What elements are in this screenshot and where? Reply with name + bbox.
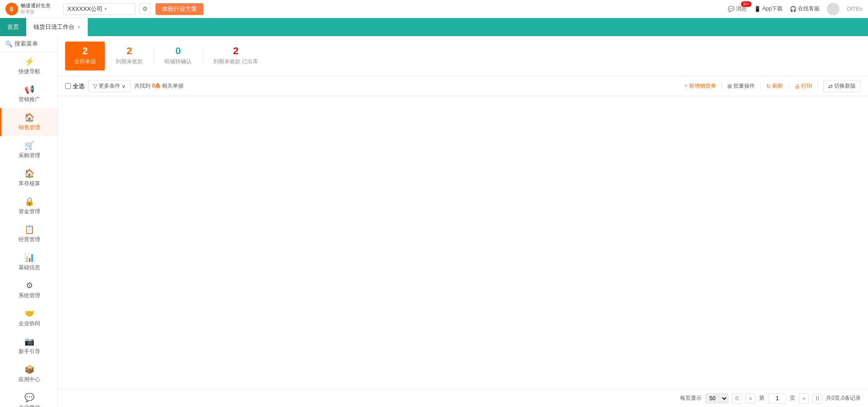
select-all-checkbox[interactable]: 全选 — [65, 82, 85, 90]
batch-icon: ⊞ — [727, 83, 732, 89]
tab-home[interactable]: 首页 — [0, 18, 26, 36]
sidebar-item-system[interactable]: ⚙ 系统管理 — [0, 276, 57, 304]
logo-title: 畅捷通好生意 — [21, 3, 51, 9]
wechat-icon: 💬 — [24, 393, 34, 402]
sidebar-item-operations[interactable]: 📋 经营管理 — [0, 220, 57, 248]
sidebar-item-basic-info[interactable]: 📊 基础信息 — [0, 248, 57, 276]
search-menu-label: 搜索菜单 — [14, 40, 38, 48]
message-button[interactable]: 💬 消息 99+ — [728, 5, 747, 13]
app-center-icon: 📦 — [24, 365, 34, 374]
daily-work-tab-label: 钱货日清工作台 — [33, 23, 75, 31]
minimize-icon[interactable]: — — [848, 200, 854, 207]
purchase-icon: 🛒 — [24, 140, 34, 150]
message-badge: 99+ — [741, 1, 751, 7]
app-center-label: 应用中心 — [19, 376, 40, 384]
per-page-select[interactable]: 20 50 100 200 — [705, 393, 728, 403]
stat-overdue-out-label: 到期未收款 已出库 — [213, 58, 258, 65]
refresh-label: 刷新 — [772, 82, 783, 90]
batch-operation-button[interactable]: ⊞ 批量操作 — [727, 82, 755, 90]
filter-button[interactable]: ▽ 更多条件 ∨ — [88, 80, 131, 92]
avatar[interactable] — [827, 3, 840, 15]
next-page-button[interactable]: > — [799, 393, 809, 403]
table-area — [58, 96, 868, 389]
page-label2: 页 — [790, 394, 795, 402]
tab-daily-work[interactable]: 钱货日清工作台 × — [26, 18, 88, 36]
sidebar-search[interactable]: 🔍 搜索菜单 — [0, 36, 57, 52]
finance-icon: 🔒 — [24, 196, 34, 206]
stat-pending-number: 0 — [165, 45, 192, 57]
wechat-label: 企业微信 — [19, 404, 40, 407]
add-label: + 新增销货单 — [684, 82, 716, 90]
found-prefix: 共找到 — [134, 83, 151, 89]
found-text: 共找到 0条 相关单据 — [134, 82, 184, 90]
found-suffix: 相关单据 — [162, 83, 184, 89]
home-tab-label: 首页 — [7, 23, 19, 31]
trial-button[interactable]: 体验行业方案 — [156, 3, 203, 15]
print-icon: 🖨 — [794, 83, 800, 89]
select-all-input[interactable] — [65, 83, 71, 89]
sidebar-item-purchase[interactable]: 🛒 采购管理 — [0, 136, 57, 164]
add-sales-order-button[interactable]: + 新增销货单 — [683, 82, 716, 90]
gear-icon: ⚙ — [142, 5, 148, 12]
filter-label: 更多条件 — [99, 82, 120, 90]
maximize-icon[interactable]: ⤢ — [858, 200, 863, 207]
per-page-label: 每页显示 — [680, 394, 702, 402]
chevron-down-icon: ▾ — [104, 6, 107, 11]
sidebar-item-marketing[interactable]: 📢 营销推广 — [0, 80, 57, 108]
settings-button[interactable]: ⚙ — [139, 3, 151, 15]
top-right-area: 💬 消息 99+ 📱 App下载 🎧 在线客服 OfTEn — [728, 3, 863, 15]
sidebar-item-wechat[interactable]: 💬 企业微信 — [0, 388, 57, 407]
operations-label: 经营管理 — [19, 236, 40, 243]
prev-page-button[interactable]: < — [745, 393, 755, 403]
stat-card-all[interactable]: 2 全部单据 — [65, 42, 105, 70]
marketing-label: 营销推广 — [19, 96, 40, 103]
stat-card-overdue-out[interactable]: 2 到期未收款 已出库 — [203, 42, 269, 70]
nav-tabs: 首页 钱货日清工作台 × — ⤢ — [0, 18, 868, 36]
basic-info-label: 基础信息 — [19, 264, 40, 271]
search-icon: 🔍 — [5, 41, 13, 47]
divider4 — [817, 83, 818, 90]
stat-card-overdue[interactable]: 2 到期未收款 — [105, 42, 154, 70]
sidebar: 🔍 搜索菜单 ⚡ 快捷导航 📢 营销推广 🏠 销售管理 🛒 采购管理 🏠 库存核… — [0, 36, 58, 407]
sidebar-item-quick-nav[interactable]: ⚡ 快捷导航 — [0, 52, 57, 80]
system-icon: ⚙ — [26, 281, 33, 290]
stat-overdue-number: 2 — [116, 45, 143, 57]
main-layout: 🔍 搜索菜单 ⚡ 快捷导航 📢 营销推广 🏠 销售管理 🛒 采购管理 🏠 库存核… — [0, 36, 868, 407]
online-service-button[interactable]: 🎧 在线客服 — [790, 5, 820, 13]
logo-area: 6 畅捷通好生意 标准版 — [5, 3, 63, 15]
sidebar-item-app-center[interactable]: 📦 应用中心 — [0, 360, 57, 388]
toolbar-right: + 新增销货单 ⊞ 批量操作 ↻ 刷新 🖨 打印 — [683, 80, 861, 92]
app-icon: 📱 — [754, 6, 761, 12]
last-page-button[interactable]: ⟩⟩ — [812, 393, 822, 403]
guide-icon: 📷 — [24, 337, 34, 346]
filter-chevron-icon: ∨ — [122, 83, 126, 89]
system-label: 系统管理 — [19, 292, 40, 299]
logo-subtitle: 标准版 — [21, 9, 51, 15]
switch-version-button[interactable]: ⇄ 切换新版 — [823, 80, 861, 92]
stat-card-pending[interactable]: 0 旺铺待确认 — [154, 42, 203, 70]
page-number-input[interactable] — [768, 393, 786, 403]
message-icon: 💬 — [728, 6, 735, 12]
found-count: 0条 — [152, 83, 160, 89]
toolbar-left: 全选 ▽ 更多条件 ∨ 共找到 0条 相关单据 — [65, 80, 678, 92]
switch-icon: ⇄ — [828, 83, 833, 89]
batch-label: 批量操作 — [733, 82, 755, 90]
app-download-button[interactable]: 📱 App下载 — [754, 5, 783, 13]
app-label: App下载 — [762, 5, 783, 13]
sidebar-item-inventory[interactable]: 🏠 库存核算 — [0, 164, 57, 192]
tab-window-actions: — ⤢ — [848, 200, 863, 207]
refresh-icon: ↻ — [766, 83, 771, 89]
first-page-button[interactable]: ⟨⟨ — [732, 393, 742, 403]
refresh-button[interactable]: ↻ 刷新 — [766, 82, 783, 90]
print-button[interactable]: 🖨 打印 — [794, 82, 812, 90]
sidebar-item-finance[interactable]: 🔒 资金管理 — [0, 192, 57, 220]
sidebar-item-guide[interactable]: 📷 新手引导 — [0, 332, 57, 360]
tab-close-icon[interactable]: × — [77, 24, 80, 30]
company-selector[interactable]: XXXXXX公司 ▾ — [63, 3, 136, 15]
sidebar-item-sales[interactable]: 🏠 销售管理 — [0, 108, 57, 136]
logo-icon: 6 — [5, 3, 18, 15]
page-label: 第 — [759, 394, 764, 402]
sidebar-item-cooperation[interactable]: 🤝 企业协同 — [0, 304, 57, 332]
divider — [722, 83, 722, 90]
inventory-icon: 🏠 — [24, 168, 34, 178]
